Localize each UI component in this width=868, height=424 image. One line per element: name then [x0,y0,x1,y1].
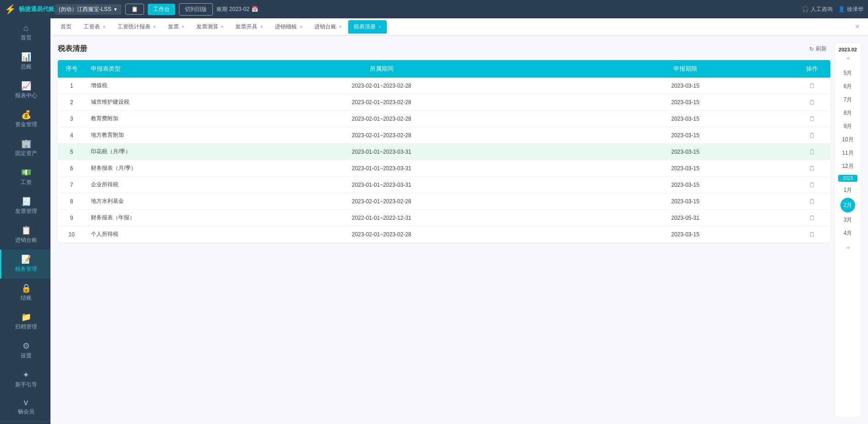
cal-month-2-2023[interactable]: 2月 [840,198,855,212]
tab-close-purchase-ledger[interactable]: × [339,24,342,29]
cell-type: 财务报表（年报） [85,210,186,226]
action-detail-icon[interactable]: 🗒 [809,231,815,238]
col-period: 所属期间 [186,60,577,78]
tab-close-salary[interactable]: × [103,24,106,29]
sidebar-label-funds: 资金管理 [15,121,37,128]
cal-current-period: 2023.02 [839,45,857,54]
sidebar-item-archive[interactable]: 📁 归档管理 [0,307,50,336]
cal-month-12-2022[interactable]: 12月 [838,160,858,173]
cell-type: 城市维护建设税 [85,94,186,111]
tab-purchase-check[interactable]: 进销稽核 × [269,20,308,33]
action-detail-icon[interactable]: 🗒 [809,198,815,205]
tab-salary-report[interactable]: 工资统计报表 × [112,20,161,33]
switch-button[interactable]: 切到旧版 [179,3,213,16]
sidebar-item-settings[interactable]: ⚙ 设置 [0,336,50,365]
cell-no: 2 [58,94,85,111]
cal-month-6-2022[interactable]: 6月 [838,80,858,93]
tab-invoice[interactable]: 发票 × [162,20,190,33]
company-selector[interactable]: (勿动）江西服宝-LSS ▼ [55,4,122,15]
cal-year-badge-2023: 2023 [838,175,857,182]
cell-action: 🗒 [794,226,830,243]
cal-month-3-2023[interactable]: 3月 [838,214,858,226]
action-detail-icon[interactable]: 🗒 [809,148,815,156]
cell-no: 6 [58,160,85,177]
sidebar-label-settings: 设置 [21,352,32,360]
cell-action: 🗒 [794,78,830,94]
sidebar-label-reports: 报表中心 [15,92,37,100]
main-layout: ⌂ 首页 📊 总账 📈 报表中心 💰 资金管理 🏢 固定资产 💵 工资 🧾 发票… [0,18,868,424]
cell-action: 🗒 [794,127,830,144]
sidebar-item-reports[interactable]: 📈 报表中心 [0,76,50,105]
tab-close-tax-clear[interactable]: × [378,24,381,29]
cell-action: 🗒 [794,144,830,160]
cal-month-11-2022[interactable]: 11月 [838,147,858,159]
tab-close-invoice-calc[interactable]: × [221,24,224,29]
table-row: 6 财务报表（月/季） 2023-01-01~2023-03-31 2023-0… [58,160,830,177]
cal-month-1-2023[interactable]: 1月 [838,184,858,196]
page-header: 税表清册 ↻ 刷新 [58,43,830,55]
sidebar-bottom: 📌 取消固定 [0,421,50,424]
cell-deadline: 2023-03-15 [577,177,794,193]
sidebar-label-guide: 新手引导 [15,381,37,389]
cal-up-btn[interactable]: ⌃ [843,54,853,67]
headset-icon: 🎧 [802,6,809,12]
tab-tax-clear[interactable]: 税表清册 × [348,20,387,33]
sidebar-item-purchase[interactable]: 📋 进销台账 [0,221,50,250]
sidebar-item-home[interactable]: ⌂ 首页 [0,18,50,47]
cell-period: 2023-02-01~2023-02-28 [186,78,577,94]
human-service-btn[interactable]: 🎧 人工咨询 [802,6,833,13]
tab-close-salary-report[interactable]: × [153,24,156,29]
cell-period: 2023-02-01~2023-02-28 [186,193,577,210]
action-detail-icon[interactable]: 🗒 [809,82,815,89]
cal-month-4-2023[interactable]: 4月 [838,227,858,240]
cal-month-8-2022[interactable]: 8月 [838,107,858,119]
action-detail-icon[interactable]: 🗒 [809,99,815,106]
sidebar-item-tax[interactable]: 📝 税务管理 [0,250,50,279]
action-detail-icon[interactable]: 🗒 [809,181,815,189]
tab-invoice-open[interactable]: 发票开具 × [230,20,268,33]
close-all-icon[interactable]: × [851,22,863,32]
sidebar-item-salary[interactable]: 💵 工资 [0,163,50,192]
sidebar-item-funds[interactable]: 💰 资金管理 [0,105,50,134]
cal-down-btn[interactable]: ⌄ [843,240,853,252]
table-row: 9 财务报表（年报） 2022-01-01~2022-12-31 2023-05… [58,210,830,226]
page-content: 税表清册 ↻ 刷新 序号 申报表类型 所属期间 申报期限 操作 [50,36,868,424]
tab-close-invoice-open[interactable]: × [260,24,263,29]
action-detail-icon[interactable]: 🗒 [809,132,815,139]
cal-month-9-2022[interactable]: 9月 [838,120,858,133]
refresh-icon: ↻ [809,46,814,52]
action-detail-icon[interactable]: 🗒 [809,214,815,222]
sidebar-item-member[interactable]: V 畅会员 [0,394,50,421]
sidebar-item-invoice[interactable]: 🧾 发票管理 [0,192,50,221]
refresh-button[interactable]: ↻ 刷新 [806,43,830,55]
tab-purchase-ledger[interactable]: 进销台账 × [309,20,347,33]
table-row: 5 印花税（月/季） 2023-01-01~2023-03-31 2023-03… [58,144,830,160]
tab-close-purchase-check[interactable]: × [300,24,302,29]
tab-close-invoice[interactable]: × [182,24,184,29]
sidebar-item-guide[interactable]: ✦ 新手引导 [0,365,50,394]
sidebar-item-close[interactable]: 🔒 结账 [0,279,50,307]
action-detail-icon[interactable]: 🗒 [809,115,815,123]
reports-icon: 📈 [21,82,31,90]
user-info[interactable]: 👤 徐泽华 [838,6,863,13]
action-detail-icon[interactable]: 🗒 [809,165,815,172]
sidebar-label-salary: 工资 [21,179,32,186]
period-value: 2023-02 [229,6,250,12]
copy-button[interactable]: 📋 [125,4,144,15]
cell-no: 8 [58,193,85,210]
cell-period: 2023-01-01~2023-03-31 [186,160,577,177]
workspace-button[interactable]: 工作台 [148,4,175,15]
tab-home[interactable]: 首页 [55,20,77,33]
tab-label-salary-report: 工资统计报表 [117,23,150,31]
header-right: 🎧 人工咨询 👤 徐泽华 [802,6,863,13]
cal-month-10-2022[interactable]: 10月 [838,134,858,146]
cal-month-7-2022[interactable]: 7月 [838,94,858,106]
home-icon: ⌂ [23,24,28,32]
cell-type: 教育费附加 [85,111,186,127]
cal-month-5-2022[interactable]: 5月 [838,67,858,79]
sidebar-item-ledger[interactable]: 📊 总账 [0,47,50,76]
sidebar-item-assets[interactable]: 🏢 固定资产 [0,134,50,163]
tab-invoice-calc[interactable]: 发票测算 × [191,20,229,33]
tab-salary[interactable]: 工资表 × [78,20,111,33]
app-logo: ⚡ 畅捷通易代账 [5,4,55,15]
